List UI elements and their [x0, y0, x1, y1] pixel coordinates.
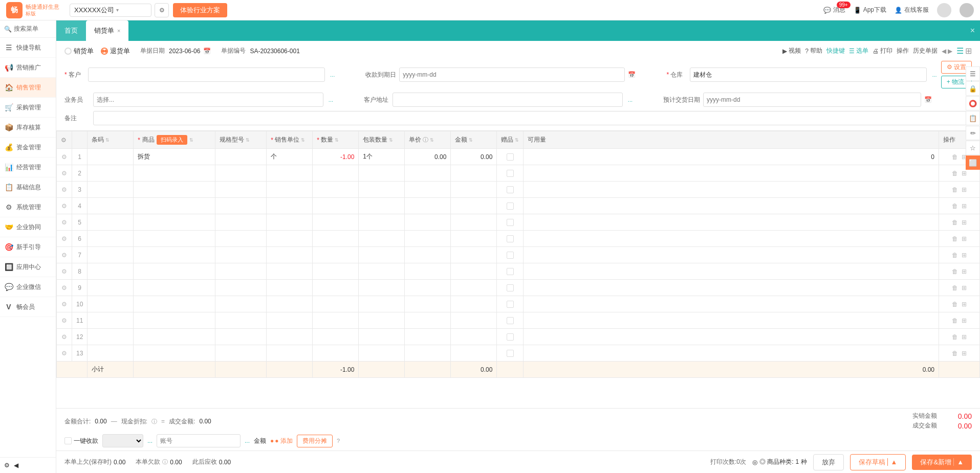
row-price[interactable] — [405, 345, 451, 362]
customer-addr-input[interactable] — [393, 93, 623, 107]
account-ellipsis[interactable]: ... — [245, 437, 250, 444]
row-qty[interactable] — [313, 263, 359, 280]
row-unit[interactable] — [267, 198, 313, 214]
row-barcode[interactable] — [88, 214, 134, 231]
row-pkgqty[interactable] — [359, 182, 405, 198]
row-price[interactable] — [405, 247, 451, 263]
prev-record-icon[interactable]: ◀ — [942, 48, 946, 55]
history-btn[interactable]: 历史单据 — [913, 47, 938, 55]
sort-icon[interactable]: ⇅ — [105, 138, 110, 143]
expense-split-button[interactable]: 费用分摊 — [297, 435, 333, 447]
sidebar-item-basic-info[interactable]: 📋 基础信息 — [0, 177, 56, 197]
copy-icon[interactable]: ⊞ — [962, 350, 967, 357]
grid-view-icon[interactable]: ⊞ — [965, 46, 972, 56]
row-spec[interactable] — [215, 263, 267, 280]
customer-input[interactable] — [88, 67, 325, 82]
sidebar-item-finance[interactable]: 💰 资金管理 — [0, 138, 56, 157]
col-setting-header[interactable]: ⚙ — [57, 131, 72, 149]
row-gift[interactable] — [497, 198, 524, 214]
delete-icon[interactable]: 🗑 — [952, 268, 958, 275]
row-pkgqty[interactable] — [359, 247, 405, 263]
sidebar-item-member[interactable]: V 畅会员 — [0, 297, 56, 317]
row-spec[interactable] — [215, 214, 267, 231]
row-gift[interactable] — [497, 214, 524, 231]
float-btn-4[interactable]: 📋 — [966, 111, 980, 125]
settings-icon[interactable]: ⚙ — [155, 3, 169, 17]
delete-icon[interactable]: 🗑 — [952, 202, 958, 210]
row-barcode[interactable] — [88, 165, 134, 182]
expected-date-input[interactable] — [703, 93, 921, 107]
video-btn[interactable]: ▶ 视频 — [782, 47, 801, 55]
sidebar-item-collab[interactable]: 🤝 企业协同 — [0, 217, 56, 237]
row-spec[interactable] — [215, 329, 267, 345]
row-pkgqty[interactable] — [359, 296, 405, 312]
sidebar-item-sales[interactable]: 🏠 销售管理 — [0, 78, 56, 98]
print-btn[interactable]: 🖨 打印 — [873, 47, 892, 55]
row-barcode[interactable] — [88, 182, 134, 198]
sidebar-item-guide[interactable]: 🎯 新手引导 — [0, 237, 56, 257]
row-pkgqty[interactable] — [359, 280, 405, 296]
one-click-checkbox[interactable] — [64, 437, 72, 444]
add-payment-button[interactable]: ● ● 添加 — [270, 437, 293, 445]
pkgqty-sort-icon[interactable]: ⇅ — [389, 138, 393, 143]
sidebar-item-wechat[interactable]: 💬 企业微信 — [0, 277, 56, 297]
row-barcode[interactable] — [88, 312, 134, 329]
copy-icon[interactable]: ⊞ — [962, 333, 967, 341]
float-btn-1[interactable]: ☰ — [966, 66, 980, 81]
row-amount[interactable] — [451, 231, 497, 247]
row-unit[interactable] — [267, 263, 313, 280]
delete-icon[interactable]: 🗑 — [952, 333, 958, 341]
save-draft-button[interactable]: 保存草稿 ▲ — [850, 454, 906, 470]
row-pkgqty[interactable] — [359, 198, 405, 214]
remark-input[interactable] — [93, 111, 972, 125]
row-barcode[interactable] — [88, 198, 134, 214]
row-barcode[interactable] — [88, 329, 134, 345]
price-sort-icon[interactable]: ⇅ — [430, 138, 434, 143]
payment-ellipsis[interactable]: ... — [147, 437, 153, 444]
table-gear-icon[interactable]: ⚙ — [61, 137, 67, 144]
float-btn-3[interactable]: ⭕ — [966, 96, 980, 110]
operate-btn[interactable]: 操作 — [897, 47, 909, 55]
row-amount[interactable]: 0.00 — [451, 149, 497, 165]
row-qty[interactable] — [313, 280, 359, 296]
row-product[interactable] — [134, 329, 215, 345]
copy-icon[interactable]: ⊞ — [962, 170, 967, 177]
tab-home[interactable]: 首页 — [56, 20, 86, 41]
sidebar-item-operations[interactable]: 📊 经营管理 — [0, 157, 56, 177]
amount-sort-icon[interactable]: ⇅ — [469, 138, 473, 143]
row-qty[interactable] — [313, 329, 359, 345]
row-barcode[interactable] — [88, 296, 134, 312]
row-gift[interactable] — [497, 280, 524, 296]
row-qty[interactable] — [313, 247, 359, 263]
row-qty[interactable] — [313, 182, 359, 198]
copy-icon[interactable]: ⊞ — [962, 219, 967, 226]
shortcut-btn[interactable]: 快捷键 — [826, 47, 845, 55]
copy-icon[interactable]: ⊞ — [962, 252, 967, 259]
row-product[interactable]: 拆货 — [134, 149, 215, 165]
row-amount[interactable] — [451, 296, 497, 312]
radio-return-order[interactable]: 退货单 — [101, 47, 130, 56]
row-amount[interactable] — [451, 312, 497, 329]
avatar-extra[interactable] — [960, 3, 974, 17]
float-btn-2[interactable]: 🔒 — [966, 81, 980, 96]
row-pkgqty[interactable] — [359, 345, 405, 362]
delete-icon[interactable]: 🗑 — [952, 235, 958, 242]
row-price[interactable] — [405, 329, 451, 345]
float-btn-6[interactable]: ☆ — [966, 141, 980, 155]
delete-icon[interactable]: 🗑 — [952, 284, 958, 291]
row-gift[interactable] — [497, 263, 524, 280]
payment-method-select[interactable] — [102, 434, 143, 447]
row-price[interactable] — [405, 280, 451, 296]
scan-button[interactable]: 扫码录入 — [157, 135, 187, 145]
row-unit[interactable] — [267, 214, 313, 231]
row-product[interactable] — [134, 312, 215, 329]
tab-close-icon[interactable]: × — [117, 28, 120, 34]
radio-sales-order[interactable]: 销货单 — [64, 47, 94, 56]
list-view-icon[interactable]: ☰ — [956, 46, 964, 56]
row-amount[interactable] — [451, 182, 497, 198]
delete-icon[interactable]: 🗑 — [952, 350, 958, 357]
trial-button[interactable]: 体验行业方案 — [173, 3, 227, 17]
row-amount[interactable] — [451, 214, 497, 231]
row-barcode[interactable] — [88, 247, 134, 263]
sidebar-search[interactable]: 🔍 搜索菜单 — [0, 20, 56, 38]
